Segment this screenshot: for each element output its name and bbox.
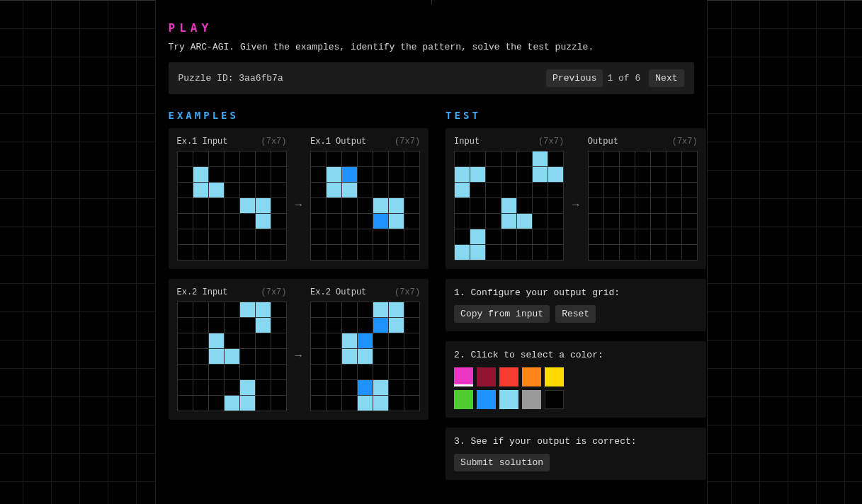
grid-cell[interactable]: [620, 183, 635, 197]
grid-cell[interactable]: [604, 229, 619, 244]
grid-cell[interactable]: [667, 151, 681, 166]
grid-cell[interactable]: [620, 167, 635, 182]
grid-cell: [548, 214, 563, 229]
grid-cell[interactable]: [635, 183, 650, 197]
grid-cell[interactable]: [682, 229, 697, 244]
grid-cell[interactable]: [651, 167, 666, 182]
grid-cell[interactable]: [682, 198, 697, 213]
grid-cell[interactable]: [620, 151, 635, 166]
reset-button[interactable]: Reset: [555, 305, 596, 323]
grid-cell: [240, 167, 255, 182]
arrow-icon: →: [571, 199, 581, 212]
grid-cell[interactable]: [651, 245, 666, 260]
grid-cell[interactable]: [604, 214, 619, 229]
grid-cell[interactable]: [620, 198, 635, 213]
submit-button[interactable]: Submit solution: [454, 454, 550, 471]
grid-cell[interactable]: [667, 214, 681, 229]
color-swatch-2[interactable]: [499, 367, 518, 386]
grid-cell: [358, 380, 373, 395]
grid-cell[interactable]: [589, 151, 603, 166]
grid-cell: [358, 396, 373, 411]
grid-cell: [327, 245, 341, 260]
step3-label: 3. See if your output is correct:: [454, 436, 698, 447]
color-swatch-7[interactable]: [522, 367, 541, 386]
grid-cell[interactable]: [651, 214, 666, 229]
grid-cell[interactable]: [651, 151, 666, 166]
grid-cell: [389, 198, 404, 213]
grid-cell[interactable]: [635, 151, 650, 166]
grid-cell[interactable]: [682, 214, 697, 229]
grid-cell[interactable]: [682, 245, 697, 260]
grid-cell[interactable]: [589, 198, 603, 213]
grid-cell[interactable]: [667, 183, 681, 197]
grid-cell: [470, 214, 485, 229]
grid-cell: [517, 245, 532, 260]
grid-cell[interactable]: [651, 198, 666, 213]
grid-cell: [178, 380, 193, 395]
grid-cell: [501, 229, 516, 244]
grid-cell: [486, 198, 501, 213]
grid-cell[interactable]: [667, 229, 681, 244]
color-swatch-8[interactable]: [499, 390, 518, 409]
grid-cell[interactable]: [589, 229, 603, 244]
grid-cell[interactable]: [604, 167, 619, 182]
example-input-block: Ex.2 Input(7x7): [177, 287, 287, 411]
grid-cell: [501, 245, 516, 260]
example-input-grid: [177, 151, 287, 260]
grid-cell: [455, 229, 470, 244]
grid-cell: [256, 167, 271, 182]
grid-cell[interactable]: [604, 198, 619, 213]
grid-cell[interactable]: [589, 214, 603, 229]
grid-cell[interactable]: [620, 245, 635, 260]
grid-cell: [470, 183, 485, 197]
grid-cell[interactable]: [589, 245, 603, 260]
grid-cell: [455, 198, 470, 213]
grid-cell[interactable]: [635, 214, 650, 229]
color-swatch-9[interactable]: [477, 367, 496, 386]
grid-cell: [311, 396, 326, 411]
grid-cell[interactable]: [651, 229, 666, 244]
color-swatch-3[interactable]: [454, 390, 473, 409]
grid-cell[interactable]: [682, 183, 697, 197]
grid-cell[interactable]: [635, 245, 650, 260]
grid-cell[interactable]: [604, 245, 619, 260]
grid-cell: [533, 245, 548, 260]
grid-cell: [327, 229, 341, 244]
grid-cell: [548, 198, 563, 213]
grid-cell[interactable]: [667, 245, 681, 260]
grid-cell[interactable]: [682, 151, 697, 166]
grid-cell: [256, 198, 271, 213]
color-swatch-4[interactable]: [545, 367, 564, 386]
color-swatch-5[interactable]: [522, 390, 541, 409]
color-swatch-6[interactable]: [454, 367, 473, 386]
grid-cell[interactable]: [682, 167, 697, 182]
grid-cell: [193, 349, 208, 364]
prev-button[interactable]: Previous: [546, 69, 603, 87]
grid-cell: [342, 167, 357, 182]
grid-cell: [486, 183, 501, 197]
color-swatch-0[interactable]: [545, 390, 564, 409]
grid-cell: [358, 151, 373, 166]
grid-cell: [373, 229, 388, 244]
grid-cell: [256, 183, 271, 197]
grid-cell[interactable]: [667, 167, 681, 182]
grid-cell[interactable]: [635, 229, 650, 244]
grid-cell[interactable]: [589, 183, 603, 197]
grid-cell: [327, 183, 341, 197]
next-button[interactable]: Next: [649, 69, 684, 87]
copy-from-input-button[interactable]: Copy from input: [454, 305, 550, 323]
color-swatch-1[interactable]: [477, 390, 496, 409]
grid-cell[interactable]: [589, 167, 603, 182]
grid-cell[interactable]: [604, 183, 619, 197]
grid-cell: [209, 214, 224, 229]
grid-cell[interactable]: [667, 198, 681, 213]
example-output-dims: (7x7): [395, 137, 420, 147]
grid-cell[interactable]: [635, 198, 650, 213]
grid-cell[interactable]: [635, 167, 650, 182]
grid-cell: [404, 151, 419, 166]
grid-cell[interactable]: [620, 229, 635, 244]
grid-cell[interactable]: [604, 151, 619, 166]
grid-cell[interactable]: [620, 214, 635, 229]
test-output-grid[interactable]: [588, 151, 698, 260]
grid-cell[interactable]: [651, 183, 666, 197]
